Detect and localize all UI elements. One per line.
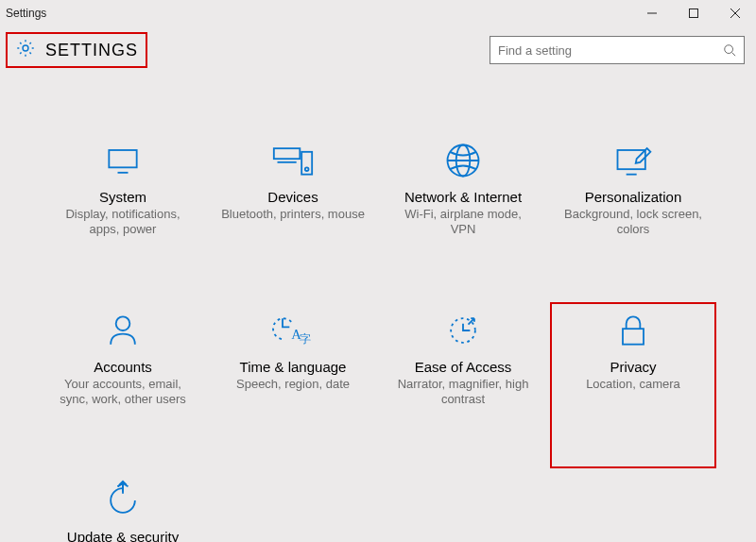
- svg-rect-9: [274, 148, 301, 159]
- svg-text:字: 字: [300, 332, 311, 346]
- svg-rect-22: [623, 329, 644, 345]
- tile-title: Personalization: [585, 189, 682, 205]
- tile-title: Time & language: [240, 359, 347, 375]
- tile-personalization[interactable]: Personalization Background, lock screen,…: [548, 130, 718, 300]
- svg-point-4: [23, 45, 28, 51]
- minimize-button[interactable]: [631, 0, 673, 26]
- tile-title: System: [99, 189, 146, 205]
- tile-subtitle: Display, notifications, apps, power: [38, 207, 208, 238]
- tile-subtitle: Speech, region, date: [223, 377, 363, 392]
- tile-system[interactable]: System Display, notifications, apps, pow…: [38, 130, 208, 300]
- maximize-button[interactable]: [673, 0, 714, 26]
- close-button[interactable]: [714, 0, 756, 26]
- globe-icon: [442, 138, 484, 183]
- tile-title: Privacy: [610, 359, 656, 375]
- system-icon: [102, 138, 144, 183]
- svg-point-18: [116, 316, 130, 330]
- header-title-box: SETTINGS: [6, 32, 147, 68]
- tile-title: Update & security: [67, 529, 179, 542]
- tile-title: Devices: [267, 189, 318, 205]
- svg-point-12: [305, 167, 309, 171]
- app-header: SETTINGS: [0, 26, 756, 74]
- gear-icon: [15, 38, 36, 62]
- tile-privacy[interactable]: Privacy Location, camera: [548, 300, 718, 470]
- window-title: Settings: [6, 7, 46, 20]
- titlebar: Settings: [0, 0, 756, 26]
- search-icon[interactable]: [715, 43, 744, 57]
- tile-subtitle: Your accounts, email, sync, work, other …: [38, 377, 208, 408]
- tile-subtitle: Location, camera: [573, 377, 694, 392]
- tile-subtitle: Bluetooth, printers, mouse: [208, 207, 378, 222]
- lock-icon: [612, 308, 654, 353]
- tile-devices[interactable]: Devices Bluetooth, printers, mouse: [208, 130, 378, 300]
- tile-network[interactable]: Network & Internet Wi-Fi, airplane mode,…: [378, 130, 548, 300]
- svg-point-5: [725, 45, 733, 54]
- tile-title: Accounts: [94, 359, 152, 375]
- personalization-icon: [611, 138, 655, 183]
- devices-icon: [270, 138, 316, 183]
- svg-rect-1: [690, 9, 698, 18]
- tile-update-security[interactable]: Update & security: [38, 470, 208, 542]
- svg-rect-7: [109, 150, 136, 167]
- update-icon: [102, 478, 144, 523]
- ease-of-access-icon: [442, 308, 484, 353]
- tile-subtitle: Background, lock screen, colors: [548, 207, 718, 238]
- tile-title: Ease of Access: [415, 359, 512, 375]
- tile-title: Network & Internet: [404, 189, 522, 205]
- svg-rect-16: [618, 150, 645, 169]
- tile-ease-of-access[interactable]: Ease of Access Narrator, magnifier, high…: [378, 300, 548, 470]
- settings-grid: System Display, notifications, apps, pow…: [0, 74, 756, 542]
- time-language-icon: A 字: [270, 308, 316, 353]
- search-box[interactable]: [490, 36, 745, 64]
- search-input[interactable]: [490, 43, 715, 58]
- header-title: SETTINGS: [45, 41, 138, 60]
- tile-subtitle: Narrator, magnifier, high contrast: [378, 377, 548, 408]
- tile-accounts[interactable]: Accounts Your accounts, email, sync, wor…: [38, 300, 208, 470]
- tile-subtitle: Wi-Fi, airplane mode, VPN: [378, 207, 548, 238]
- window-controls: [631, 0, 756, 26]
- svg-line-6: [732, 53, 736, 57]
- tile-time-language[interactable]: A 字 Time & language Speech, region, date: [208, 300, 378, 470]
- accounts-icon: [102, 308, 144, 353]
